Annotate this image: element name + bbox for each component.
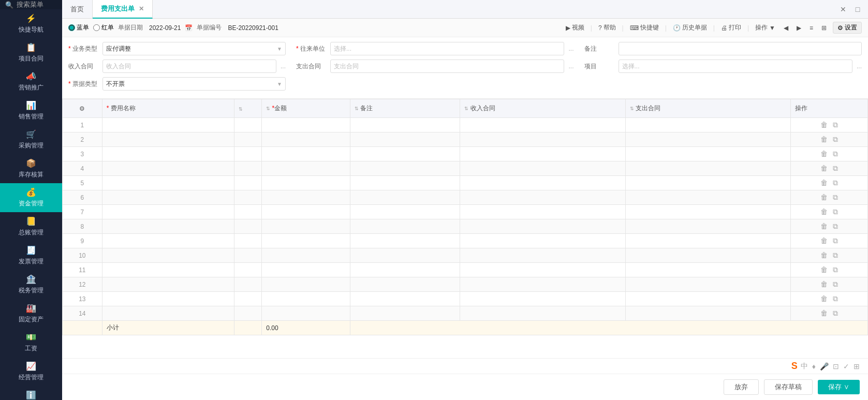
- sidebar-item-salary[interactable]: 💵 工资: [0, 328, 62, 357]
- note-cell[interactable]: [350, 306, 460, 321]
- save-button[interactable]: 保存 ∨: [818, 380, 860, 394]
- delete-icon[interactable]: 🗑: [820, 193, 828, 201]
- delete-icon[interactable]: 🗑: [820, 179, 828, 187]
- income-contract-cell[interactable]: [460, 277, 625, 292]
- amount-cell[interactable]: [262, 176, 350, 190]
- note-cell[interactable]: [350, 248, 460, 263]
- sidebar-item-invoice-mgmt[interactable]: 🧾 发票管理: [0, 241, 62, 270]
- video-button[interactable]: ▶ 视频: [564, 22, 586, 33]
- sort-cell[interactable]: [234, 248, 262, 263]
- delete-icon[interactable]: 🗑: [820, 208, 828, 216]
- amount-cell[interactable]: [262, 234, 350, 248]
- expense-contract-cell[interactable]: [625, 132, 790, 147]
- income-contract-cell[interactable]: [460, 292, 625, 306]
- sidebar-item-purchase-mgmt[interactable]: 🛒 采购管理: [0, 125, 62, 154]
- expense-name-cell[interactable]: [102, 248, 234, 263]
- sidebar-item-fixed-assets[interactable]: 🏭 固定资产: [0, 299, 62, 328]
- income-contract-cell[interactable]: [460, 161, 625, 176]
- note-cell[interactable]: [350, 263, 460, 277]
- sort-cell[interactable]: [234, 234, 262, 248]
- prev-page-button[interactable]: ◀: [782, 23, 790, 33]
- expense-name-cell[interactable]: [102, 306, 234, 321]
- help-button[interactable]: ? 帮助: [596, 22, 618, 33]
- sidebar-item-tax-mgmt[interactable]: 🏦 税务管理: [0, 270, 62, 299]
- income-contract-cell[interactable]: [460, 190, 625, 205]
- delete-icon[interactable]: 🗑: [820, 236, 828, 245]
- income-contract-cell[interactable]: [460, 248, 625, 263]
- expense-contract-cell[interactable]: [625, 118, 790, 132]
- note-cell[interactable]: [350, 234, 460, 248]
- income-contract-cell[interactable]: [460, 147, 625, 161]
- copy-icon[interactable]: ⧉: [833, 164, 838, 172]
- sort-cell[interactable]: [234, 132, 262, 147]
- sort-cell[interactable]: [234, 292, 262, 306]
- expense-contract-cell[interactable]: [625, 176, 790, 190]
- copy-icon[interactable]: ⧉: [833, 121, 838, 129]
- note-cell[interactable]: [350, 205, 460, 219]
- income-contract-cell[interactable]: [460, 205, 625, 219]
- sort-cell[interactable]: [234, 306, 262, 321]
- note-cell[interactable]: [350, 292, 460, 306]
- expense-name-cell[interactable]: [102, 190, 234, 205]
- note-cell[interactable]: [350, 132, 460, 147]
- counterpart-input[interactable]: 选择...: [330, 42, 564, 55]
- expense-name-cell[interactable]: [102, 205, 234, 219]
- delete-icon[interactable]: 🗑: [820, 150, 828, 158]
- expense-contract-cell[interactable]: [625, 190, 790, 205]
- amount-cell[interactable]: [262, 118, 350, 132]
- expense-name-cell[interactable]: [102, 161, 234, 176]
- window-close-button[interactable]: ✕: [837, 3, 849, 16]
- next-page-button[interactable]: ▶: [795, 23, 803, 33]
- amount-cell[interactable]: [262, 132, 350, 147]
- income-contract-cell[interactable]: [460, 132, 625, 147]
- project-input[interactable]: 选择...: [619, 60, 852, 73]
- expense-contract-cell[interactable]: [625, 277, 790, 292]
- delete-icon[interactable]: 🗑: [820, 309, 828, 317]
- expense-contract-cell[interactable]: [625, 292, 790, 306]
- amount-cell[interactable]: [262, 161, 350, 176]
- sidebar-item-sales-promo[interactable]: 📣 营销推广: [0, 67, 62, 96]
- bill-type-select[interactable]: 不开票 ▼: [102, 77, 286, 91]
- delete-icon[interactable]: 🗑: [820, 280, 828, 288]
- expense-contract-cell[interactable]: [625, 219, 790, 234]
- note-cell[interactable]: [350, 147, 460, 161]
- tab-expense-bill[interactable]: 费用支出单 ✕: [93, 0, 153, 19]
- delete-icon[interactable]: 🗑: [820, 222, 828, 230]
- sort-cell[interactable]: [234, 263, 262, 277]
- sidebar-item-base-info[interactable]: ℹ️ 基础信息: [0, 386, 62, 400]
- delete-icon[interactable]: 🗑: [820, 121, 828, 129]
- note-cell[interactable]: [350, 161, 460, 176]
- note-cell[interactable]: [350, 118, 460, 132]
- expense-contract-cell[interactable]: [625, 248, 790, 263]
- sidebar-item-capital-mgmt[interactable]: 💰 资金管理: [0, 183, 62, 212]
- sidebar-item-ledger-mgmt[interactable]: 📒 总账管理: [0, 212, 62, 241]
- sidebar-item-sales-mgmt[interactable]: 📊 销售管理: [0, 96, 62, 125]
- copy-icon[interactable]: ⧉: [833, 135, 838, 143]
- sort-cell[interactable]: [234, 219, 262, 234]
- delete-icon[interactable]: 🗑: [820, 265, 828, 274]
- business-type-select[interactable]: 应付调整 ▼: [102, 42, 286, 55]
- save-draft-button[interactable]: 保存草稿: [764, 379, 813, 395]
- sort-cell[interactable]: [234, 205, 262, 219]
- delete-icon[interactable]: 🗑: [820, 294, 828, 303]
- expense-contract-cell[interactable]: [625, 147, 790, 161]
- note-cell[interactable]: [350, 277, 460, 292]
- copy-icon[interactable]: ⧉: [833, 309, 838, 317]
- remark-input[interactable]: [619, 42, 862, 55]
- grid-view-button[interactable]: ⊞: [819, 23, 829, 33]
- expense-name-cell[interactable]: [102, 234, 234, 248]
- sort-cell[interactable]: [234, 147, 262, 161]
- income-contract-cell[interactable]: [460, 176, 625, 190]
- expense-contract-cell[interactable]: [625, 234, 790, 248]
- expense-name-cell[interactable]: [102, 176, 234, 190]
- sort-cell[interactable]: [234, 118, 262, 132]
- copy-icon[interactable]: ⧉: [833, 251, 838, 259]
- copy-icon[interactable]: ⧉: [833, 280, 838, 288]
- expense-contract-cell[interactable]: [625, 263, 790, 277]
- copy-icon[interactable]: ⧉: [833, 222, 838, 230]
- sidebar-item-ops-mgmt[interactable]: 📈 经营管理: [0, 357, 62, 386]
- col-settings-header[interactable]: ⚙: [63, 99, 102, 118]
- blue-bill-radio[interactable]: 蓝单: [68, 23, 89, 32]
- note-cell[interactable]: [350, 176, 460, 190]
- expense-name-cell[interactable]: [102, 292, 234, 306]
